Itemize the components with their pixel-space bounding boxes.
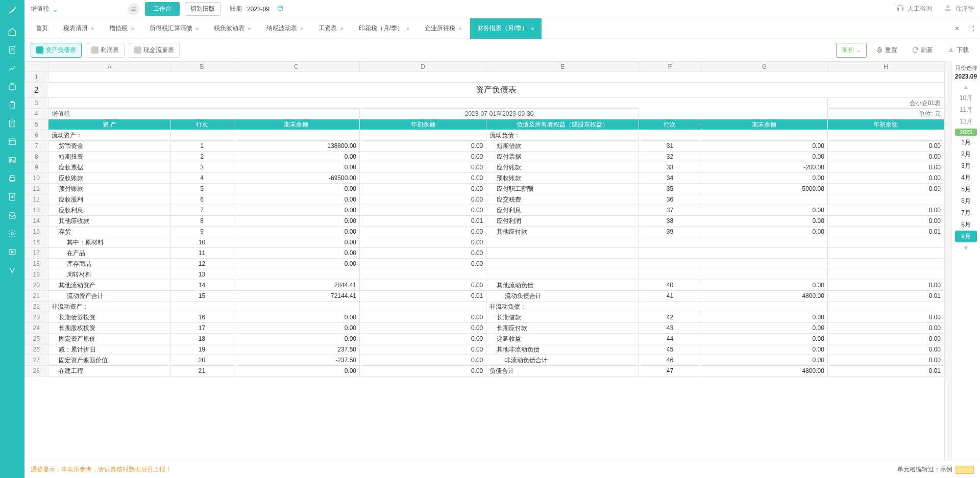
month-item[interactable]: 6月 xyxy=(952,195,980,207)
month-item[interactable]: 8月 xyxy=(952,219,980,231)
tab[interactable]: 企业所得税× xyxy=(418,18,469,39)
cell[interactable]: 其他应付款 xyxy=(486,227,639,237)
cell[interactable]: 47 xyxy=(639,366,701,376)
cell[interactable]: 固定资产原价 xyxy=(48,334,171,344)
cell[interactable]: 0.00 xyxy=(233,162,359,173)
cell[interactable]: 42 xyxy=(639,312,701,323)
cell[interactable]: 0.00 xyxy=(233,259,359,269)
nav-image[interactable] xyxy=(0,151,24,169)
cell[interactable]: 0.00 xyxy=(360,280,486,291)
cell[interactable]: 5 xyxy=(171,184,233,194)
nav-v[interactable] xyxy=(0,261,24,280)
cell[interactable] xyxy=(360,269,486,280)
col-letter[interactable]: A xyxy=(48,62,171,72)
cell[interactable]: 38 xyxy=(639,216,701,227)
close-icon[interactable]: × xyxy=(531,26,534,32)
cell[interactable]: 0.00 xyxy=(360,323,486,334)
cell[interactable]: 其他非流动负债 xyxy=(486,344,639,355)
cell[interactable]: 10 xyxy=(171,237,233,248)
cell[interactable]: 0.00 xyxy=(360,173,486,184)
cell[interactable]: 货币资金 xyxy=(48,141,171,152)
cell[interactable]: 35 xyxy=(639,184,701,194)
cell[interactable] xyxy=(701,237,827,248)
cell[interactable]: 1 xyxy=(171,141,233,152)
cell[interactable]: 其他流动负债 xyxy=(486,280,639,291)
cell[interactable]: 存货 xyxy=(48,227,171,237)
close-all-tabs[interactable]: ✕ xyxy=(952,24,962,33)
cell[interactable]: 0.01 xyxy=(827,291,944,301)
username[interactable]: 徐泽华 xyxy=(955,5,974,13)
cell[interactable]: 237.50 xyxy=(233,344,359,355)
cell[interactable]: 39 xyxy=(639,227,701,237)
cell[interactable]: 0.00 xyxy=(827,344,944,355)
cell[interactable]: 固定资产账面价值 xyxy=(48,355,171,366)
cell[interactable]: 19 xyxy=(171,344,233,355)
cell[interactable]: 0.00 xyxy=(360,312,486,323)
cell[interactable] xyxy=(701,194,827,205)
cell[interactable]: 0.00 xyxy=(827,152,944,162)
cell[interactable]: 45 xyxy=(639,344,701,355)
cell[interactable]: 20 xyxy=(171,355,233,366)
vertical-scrollbar[interactable] xyxy=(944,61,951,461)
tab[interactable]: 增值税× xyxy=(102,18,141,39)
cell[interactable]: 0.00 xyxy=(701,334,827,344)
col-letter[interactable]: D xyxy=(360,62,486,72)
cell[interactable]: 递延收益 xyxy=(486,334,639,344)
cell[interactable]: 0.00 xyxy=(360,184,486,194)
nav-settings[interactable] xyxy=(0,224,24,243)
cell[interactable]: 0.00 xyxy=(360,152,486,162)
cell[interactable]: 0.00 xyxy=(233,334,359,344)
cell[interactable]: 0.00 xyxy=(360,237,486,248)
month-item[interactable]: 9月 xyxy=(955,231,977,242)
cell[interactable]: 流动负债： xyxy=(486,130,639,141)
cell[interactable]: 0.00 xyxy=(233,194,359,205)
cell[interactable]: 应付利润 xyxy=(486,216,639,227)
tab[interactable]: 财务报表（月/季）× xyxy=(470,18,542,39)
col-letter[interactable]: E xyxy=(486,62,639,72)
cell[interactable] xyxy=(486,248,639,259)
subtab[interactable]: 利润表 xyxy=(86,43,125,58)
period-value[interactable]: 2023-09 xyxy=(247,6,270,13)
cell[interactable]: 0.00 xyxy=(360,355,486,366)
cell[interactable]: 0.00 xyxy=(701,227,827,237)
cell[interactable]: 2 xyxy=(171,152,233,162)
fullscreen-button[interactable] xyxy=(967,24,976,33)
cell[interactable]: 8 xyxy=(171,216,233,227)
tab[interactable]: 纳税波动表× xyxy=(259,18,310,39)
cell[interactable]: 16 xyxy=(171,312,233,323)
cell[interactable] xyxy=(486,237,639,248)
cell[interactable]: 应收股利 xyxy=(48,194,171,205)
cell[interactable]: 0.00 xyxy=(360,141,486,152)
switch-old-button[interactable]: 切到旧版 xyxy=(185,2,220,16)
cell[interactable] xyxy=(639,248,701,259)
cell[interactable] xyxy=(171,301,233,312)
cell[interactable]: 长期股权投资 xyxy=(48,323,171,334)
balance-sheet-grid[interactable]: ABCDEFGH 1 2资产负债表 3会小企01表 4 增值税 2023-07-… xyxy=(24,61,944,376)
month-item[interactable]: 12月 xyxy=(952,116,980,128)
cell[interactable]: 72144.41 xyxy=(233,291,359,301)
cell[interactable]: 0.01 xyxy=(827,366,944,376)
select-all-corner[interactable] xyxy=(25,62,48,72)
nav-inbox[interactable] xyxy=(0,206,24,224)
cell[interactable] xyxy=(827,248,944,259)
cell[interactable]: 周转材料 xyxy=(48,269,171,280)
cell[interactable] xyxy=(701,301,827,312)
month-item[interactable]: 3月 xyxy=(952,160,980,172)
company-selector[interactable]: 增值税 ⌄ xyxy=(31,5,122,13)
cell[interactable]: -200.00 xyxy=(701,162,827,173)
cell[interactable]: 0.00 xyxy=(827,173,944,184)
cell[interactable]: 17 xyxy=(171,323,233,334)
tab[interactable]: 税表清册× xyxy=(56,18,101,39)
refresh-button[interactable]: 刷新 xyxy=(906,43,938,57)
tab[interactable]: 所得税汇算清缴× xyxy=(142,18,206,39)
cell[interactable]: 0.00 xyxy=(360,366,486,376)
cell[interactable]: 应收账款 xyxy=(48,173,171,184)
nav-clipboard[interactable] xyxy=(0,96,24,114)
cell[interactable] xyxy=(827,130,944,141)
period-begin-button[interactable]: 期初 ⌄ xyxy=(836,43,867,58)
cell[interactable]: 长期应付款 xyxy=(486,323,639,334)
cell[interactable]: 0.00 xyxy=(827,334,944,344)
cell[interactable]: 预收账款 xyxy=(486,173,639,184)
cell[interactable]: 46 xyxy=(639,355,701,366)
cell[interactable]: 0.00 xyxy=(701,355,827,366)
